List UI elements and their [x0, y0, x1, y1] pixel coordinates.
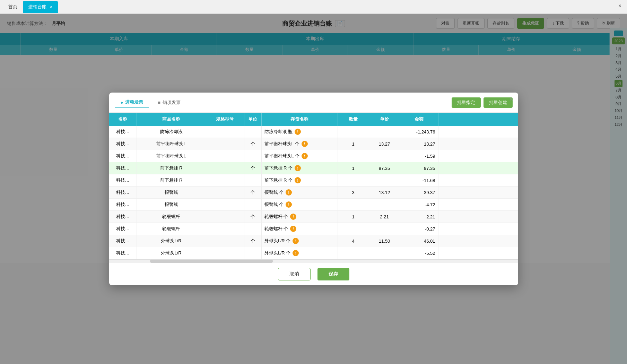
- cell-amount: -5.52: [400, 247, 438, 259]
- cell-amount: 46.01: [400, 235, 438, 247]
- cell-spec: [206, 174, 244, 186]
- cell-product: 前平衡杆球头L: [137, 150, 206, 162]
- cell-name: 科技…: [109, 150, 137, 162]
- cell-inventory: 报警线 个!: [262, 199, 338, 210]
- col-header-amount: 金额: [400, 113, 438, 126]
- cell-price: [369, 174, 400, 186]
- cell-quantity: 1: [338, 138, 369, 150]
- cell-product: 轮毂螺杆: [137, 211, 206, 223]
- table-row[interactable]: 科技…轮毂螺杆轮毂螺杆 个!-0.27: [109, 223, 518, 235]
- cell-spec: [206, 187, 244, 198]
- cell-name: 科技…: [109, 211, 137, 223]
- cell-amount: -1.59: [400, 150, 438, 162]
- cell-spec: [206, 126, 244, 138]
- table-row[interactable]: 科技…外球头L/R个外球头L/R 个!411.5046.01: [109, 235, 518, 247]
- cell-inventory: 前下悬挂 R 个!: [262, 162, 338, 174]
- dialog-table-header: 名称 商品名称 规格型号 单位 存货名称 数量 单价 金额: [109, 113, 518, 126]
- tab-outgoing-invoice[interactable]: ■ 销项发票: [152, 97, 186, 108]
- cell-name: 科技…: [109, 247, 137, 259]
- cell-product: 前下悬挂 R: [137, 162, 206, 174]
- cell-price: [369, 150, 400, 162]
- cell-amount: -1,243.76: [400, 126, 438, 138]
- cell-name: 科技…: [109, 199, 137, 210]
- tab-close-icon[interactable]: ×: [50, 5, 52, 9]
- table-row[interactable]: 科技…报警线报警线 个!-4.72: [109, 199, 518, 211]
- dialog-scrollbar[interactable]: [109, 259, 518, 263]
- tab-incoming-invoice[interactable]: ● 进项发票: [115, 97, 149, 108]
- cell-spec: [206, 150, 244, 162]
- cell-name: 科技…: [109, 126, 137, 138]
- save-button[interactable]: 保存: [317, 268, 349, 280]
- cell-price: 2.21: [369, 211, 400, 223]
- cell-unit: [244, 223, 262, 235]
- warning-icon: !: [293, 250, 299, 256]
- invoice-dialog: ● 进项发票 ■ 销项发票 批量指定 批量创建 × 名称 商品名称 规格型号 单…: [109, 93, 518, 285]
- dialog-footer: 取消 保存: [109, 263, 518, 285]
- cell-price: [369, 223, 400, 235]
- dialog-close-button[interactable]: ×: [510, 96, 513, 102]
- cell-spec: [206, 247, 244, 259]
- cell-quantity: 3: [338, 187, 369, 198]
- cell-amount: -11.68: [400, 174, 438, 186]
- cell-quantity: [338, 126, 369, 138]
- tab-ledger[interactable]: 进销台账 ×: [23, 1, 58, 13]
- cell-quantity: [338, 223, 369, 235]
- cell-quantity: 4: [338, 235, 369, 247]
- col-header-name: 名称: [109, 113, 137, 126]
- dialog-table-body: 科技…防冻冷却液防冻冷却液 瓶!-1,243.76科技…前平衡杆球头L个前平衡杆…: [109, 126, 518, 259]
- cell-unit: 个: [244, 235, 262, 247]
- cell-price: 97.35: [369, 162, 400, 174]
- warning-icon: !: [295, 129, 301, 135]
- table-row[interactable]: 科技…前下悬挂 R个前下悬挂 R 个!197.3597.35: [109, 162, 518, 174]
- col-header-inventory: 存货名称: [262, 113, 338, 126]
- cell-inventory: 前平衡杆球头L 个!: [262, 138, 338, 150]
- main-content: 销售成本计算方法： 月平均 商贸企业进销台账 📄 对账 重新开账 存货别名 生成…: [0, 14, 627, 364]
- cell-unit: [244, 150, 262, 162]
- window-close-button[interactable]: ×: [618, 3, 621, 9]
- col-header-quantity: 数量: [338, 113, 369, 126]
- batch-assign-button[interactable]: 批量指定: [452, 97, 481, 108]
- cell-inventory: 外球头L/R 个!: [262, 235, 338, 247]
- warning-icon: !: [293, 238, 299, 244]
- cell-price: 11.50: [369, 235, 400, 247]
- cell-unit: 个: [244, 187, 262, 198]
- col-header-price: 单价: [369, 113, 400, 126]
- cell-spec: [206, 211, 244, 223]
- col-header-spec: 规格型号: [206, 113, 244, 126]
- cell-product: 前下悬挂 R: [137, 174, 206, 186]
- table-row[interactable]: 科技…轮毂螺杆个轮毂螺杆 个!12.212.21: [109, 211, 518, 223]
- cell-quantity: [338, 199, 369, 210]
- col-header-product: 商品名称: [137, 113, 206, 126]
- table-row[interactable]: 科技…外球头L/R外球头L/R 个!-5.52: [109, 247, 518, 259]
- cell-unit: [244, 174, 262, 186]
- cell-price: [369, 247, 400, 259]
- cell-product: 报警线: [137, 199, 206, 210]
- table-row[interactable]: 科技…前下悬挂 R前下悬挂 R 个!-11.68: [109, 174, 518, 187]
- cell-amount: 2.21: [400, 211, 438, 223]
- cell-name: 科技…: [109, 223, 137, 235]
- cell-quantity: [338, 150, 369, 162]
- cell-price: [369, 126, 400, 138]
- scrollbar-thumb: [150, 260, 273, 263]
- table-row[interactable]: 科技…报警线个报警线 个!313.1239.37: [109, 187, 518, 199]
- cell-inventory: 防冻冷却液 瓶!: [262, 126, 338, 138]
- cell-amount: 39.37: [400, 187, 438, 198]
- warning-icon: !: [286, 189, 292, 196]
- cell-product: 轮毂螺杆: [137, 223, 206, 235]
- batch-create-button[interactable]: 批量创建: [484, 97, 513, 108]
- cell-unit: 个: [244, 138, 262, 150]
- table-row[interactable]: 科技…前平衡杆球头L个前平衡杆球头L 个!113.2713.27: [109, 138, 518, 150]
- cancel-button[interactable]: 取消: [278, 268, 311, 280]
- cell-unit: [244, 199, 262, 210]
- cell-quantity: 1: [338, 162, 369, 174]
- table-row[interactable]: 科技…前平衡杆球头L前平衡杆球头L 个!-1.59: [109, 150, 518, 162]
- tab-home[interactable]: 首页: [3, 1, 23, 13]
- cell-inventory: 前平衡杆球头L 个!: [262, 150, 338, 162]
- cell-quantity: [338, 174, 369, 186]
- dialog-header-actions: 批量指定 批量创建: [452, 97, 513, 108]
- cell-name: 科技…: [109, 187, 137, 198]
- table-row[interactable]: 科技…防冻冷却液防冻冷却液 瓶!-1,243.76: [109, 126, 518, 138]
- cell-inventory: 外球头L/R 个!: [262, 247, 338, 259]
- dialog-header: ● 进项发票 ■ 销项发票 批量指定 批量创建 ×: [109, 93, 518, 113]
- cell-name: 科技…: [109, 235, 137, 247]
